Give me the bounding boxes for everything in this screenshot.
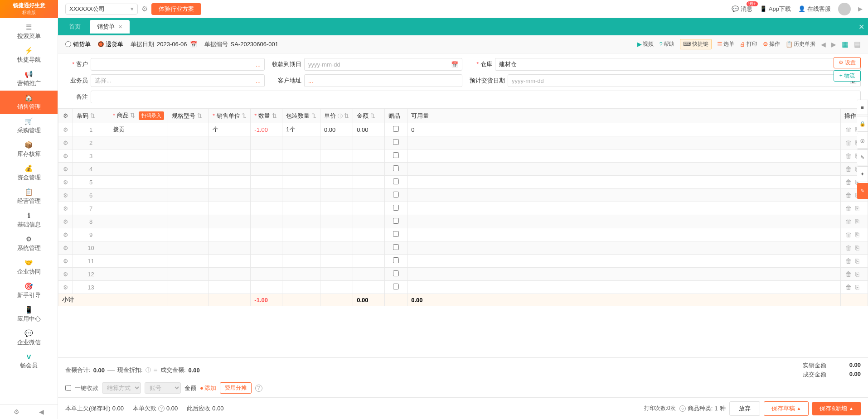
question-icon[interactable]: ? bbox=[255, 385, 262, 392]
copy-row-button[interactable]: ⎘ bbox=[854, 256, 860, 265]
row-product-cell[interactable] bbox=[109, 281, 168, 294]
float-btn-4[interactable]: ✎ bbox=[857, 149, 868, 165]
shortcut-action[interactable]: ⌨ 快捷键 bbox=[680, 39, 712, 49]
delete-row-button[interactable]: 🗑 bbox=[844, 243, 853, 252]
gift-checkbox[interactable] bbox=[393, 218, 399, 224]
tab-home[interactable]: 首页 bbox=[62, 20, 88, 34]
delete-row-button[interactable]: 🗑 bbox=[844, 217, 853, 226]
arrears-info-icon[interactable]: ? bbox=[158, 405, 165, 412]
row-unit-cell[interactable] bbox=[209, 176, 251, 189]
row-qty-cell[interactable] bbox=[251, 202, 282, 215]
row-product-cell[interactable] bbox=[109, 202, 168, 215]
row-price-cell[interactable] bbox=[320, 176, 353, 189]
row-spec-cell[interactable] bbox=[168, 202, 209, 215]
row-pkg-qty-cell[interactable] bbox=[282, 281, 320, 294]
row-qty-cell[interactable] bbox=[251, 189, 282, 202]
sidebar-item-marketing[interactable]: 📢 营销推广 bbox=[0, 67, 58, 91]
row-settings-icon[interactable]: ⚙ bbox=[63, 258, 68, 265]
row-qty-cell[interactable] bbox=[251, 268, 282, 281]
add-button[interactable]: ● 添加 bbox=[200, 384, 216, 392]
row-unit-cell[interactable] bbox=[209, 255, 251, 268]
logistics-button[interactable]: + 物流 bbox=[834, 70, 861, 82]
prev-record-icon[interactable]: ◀ bbox=[821, 41, 826, 48]
row-price-cell[interactable] bbox=[320, 136, 353, 149]
sidebar-item-inventory[interactable]: 📦 库存核算 bbox=[0, 138, 58, 161]
row-pkg-qty-cell[interactable] bbox=[282, 202, 320, 215]
row-amount-cell[interactable] bbox=[353, 255, 385, 268]
row-unit-cell[interactable] bbox=[209, 136, 251, 149]
row-amount-cell[interactable]: 0.00 bbox=[353, 123, 385, 136]
row-unit-cell[interactable] bbox=[209, 202, 251, 215]
row-pkg-qty-cell[interactable] bbox=[282, 215, 320, 228]
row-pkg-qty-cell[interactable] bbox=[282, 163, 320, 176]
return-order-radio[interactable]: 退货单 bbox=[98, 40, 123, 48]
delete-row-button[interactable]: 🗑 bbox=[844, 270, 853, 279]
copy-row-button[interactable]: ⎘ bbox=[854, 217, 860, 226]
row-pkg-qty-cell[interactable] bbox=[282, 268, 320, 281]
gift-checkbox[interactable] bbox=[393, 178, 399, 184]
history-action[interactable]: 📋 历史单据 bbox=[786, 40, 815, 48]
close-all-tabs-icon[interactable]: ✕ bbox=[858, 23, 864, 31]
row-amount-cell[interactable] bbox=[353, 189, 385, 202]
row-spec-cell[interactable] bbox=[168, 215, 209, 228]
float-btn-1[interactable]: ■ bbox=[857, 100, 868, 115]
row-amount-cell[interactable] bbox=[353, 268, 385, 281]
row-price-cell[interactable] bbox=[320, 163, 353, 176]
row-settings-icon[interactable]: ⚙ bbox=[63, 231, 68, 238]
row-product-cell[interactable] bbox=[109, 189, 168, 202]
delete-row-button[interactable]: 🗑 bbox=[844, 178, 853, 187]
float-btn-6-orange[interactable]: ✎ bbox=[857, 183, 868, 199]
row-price-cell[interactable] bbox=[320, 255, 353, 268]
row-qty-cell[interactable] bbox=[251, 136, 282, 149]
float-btn-3[interactable]: ◎ bbox=[857, 133, 868, 149]
row-unit-cell[interactable] bbox=[209, 149, 251, 163]
row-amount-cell[interactable] bbox=[353, 215, 385, 228]
row-qty-cell[interactable]: -1.00 bbox=[251, 123, 282, 136]
row-qty-cell[interactable] bbox=[251, 241, 282, 255]
col-settings[interactable]: ⚙ bbox=[58, 109, 73, 123]
row-product-cell[interactable] bbox=[109, 215, 168, 228]
delete-row-button[interactable]: 🗑 bbox=[844, 164, 853, 173]
gift-checkbox[interactable] bbox=[393, 270, 399, 276]
row-qty-cell[interactable] bbox=[251, 176, 282, 189]
sidebar-collapse-icon[interactable]: ◀ bbox=[39, 408, 44, 415]
copy-row-button[interactable]: ⎘ bbox=[854, 204, 860, 213]
row-price-cell[interactable] bbox=[320, 202, 353, 215]
sidebar-item-guide[interactable]: 🎯 新手引导 bbox=[0, 279, 58, 303]
row-qty-cell[interactable] bbox=[251, 281, 282, 294]
row-unit-cell[interactable] bbox=[209, 215, 251, 228]
calendar-icon[interactable]: 📅 bbox=[190, 41, 197, 48]
tab-close-icon[interactable]: ✕ bbox=[118, 24, 122, 30]
row-pkg-qty-cell[interactable] bbox=[282, 189, 320, 202]
sidebar-item-system[interactable]: ⚙ 系统管理 bbox=[0, 232, 58, 255]
sidebar-item-quicknav[interactable]: ⚡ 快捷导航 bbox=[0, 43, 58, 67]
expense-split-button[interactable]: 费用分摊 bbox=[220, 382, 252, 394]
gift-checkbox[interactable] bbox=[393, 152, 399, 158]
gift-checkbox[interactable] bbox=[393, 165, 399, 171]
row-qty-cell[interactable] bbox=[251, 163, 282, 176]
row-product-cell[interactable] bbox=[109, 176, 168, 189]
save-draft-button[interactable]: 保存草稿 ▲ bbox=[764, 401, 809, 416]
delete-row-button[interactable]: 🗑 bbox=[844, 191, 853, 200]
sidebar-item-basic[interactable]: ℹ 基础信息 bbox=[0, 208, 58, 232]
row-unit-cell[interactable] bbox=[209, 268, 251, 281]
delete-row-button[interactable]: 🗑 bbox=[844, 151, 853, 160]
row-price-cell[interactable]: 0.00 bbox=[320, 123, 353, 136]
customer-input[interactable]: ... bbox=[91, 58, 265, 71]
row-spec-cell[interactable] bbox=[168, 189, 209, 202]
row-pkg-qty-cell[interactable] bbox=[282, 176, 320, 189]
row-unit-cell[interactable] bbox=[209, 189, 251, 202]
row-spec-cell[interactable] bbox=[168, 281, 209, 294]
row-price-cell[interactable] bbox=[320, 215, 353, 228]
sidebar-item-wechat[interactable]: 💬 企业微信 bbox=[0, 326, 58, 350]
row-price-cell[interactable] bbox=[320, 149, 353, 163]
row-spec-cell[interactable] bbox=[168, 123, 209, 136]
trial-button[interactable]: 体验行业方案 bbox=[151, 3, 201, 15]
discount-info-icon[interactable]: ⓘ bbox=[145, 366, 151, 374]
gear-icon[interactable]: ⚙ bbox=[141, 5, 148, 13]
row-amount-cell[interactable] bbox=[353, 163, 385, 176]
delete-row-button[interactable]: 🗑 bbox=[844, 230, 853, 239]
row-amount-cell[interactable] bbox=[353, 136, 385, 149]
row-product-cell[interactable] bbox=[109, 163, 168, 176]
row-settings-icon[interactable]: ⚙ bbox=[63, 245, 68, 251]
